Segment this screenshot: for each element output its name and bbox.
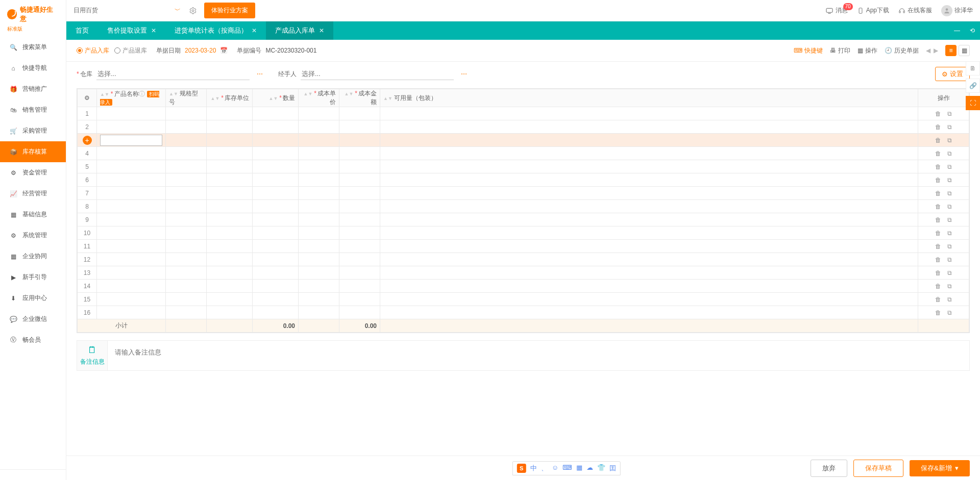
- tab-0[interactable]: 首页: [66, 21, 98, 40]
- delete-row-icon[interactable]: 🗑: [935, 309, 941, 316]
- table-row[interactable]: 6🗑⧉: [78, 173, 969, 187]
- sidebar-item-1[interactable]: ⌂快捷导航: [0, 58, 66, 79]
- refresh-tabs-button[interactable]: ⟲: [965, 27, 980, 34]
- table-row[interactable]: 12🗑⧉: [78, 253, 969, 266]
- sidebar-item-14[interactable]: Ⓥ畅会员: [0, 330, 66, 350]
- rail-help-button[interactable]: 🗎: [966, 61, 980, 75]
- prev-record-button[interactable]: ◀: [926, 47, 930, 54]
- tab-1[interactable]: 售价提取设置✕: [98, 21, 165, 40]
- sidebar-item-11[interactable]: ▶新手引导: [0, 267, 66, 288]
- copy-row-icon[interactable]: ⧉: [947, 283, 952, 290]
- col-spec[interactable]: ▲▼规格型号: [166, 89, 207, 107]
- ime-toolbar[interactable]: S 中、☺⌨▦☁👕囯: [512, 461, 621, 475]
- close-icon[interactable]: ✕: [319, 27, 324, 34]
- sidebar-item-9[interactable]: ⚙系统管理: [0, 225, 66, 246]
- copy-row-icon[interactable]: ⧉: [947, 230, 952, 237]
- copy-row-icon[interactable]: ⧉: [947, 123, 952, 131]
- delete-row-icon[interactable]: 🗑: [935, 150, 941, 157]
- business-type-dropdown[interactable]: 日用百货 ﹀: [74, 6, 181, 15]
- delete-row-icon[interactable]: 🗑: [935, 203, 941, 210]
- messages-button[interactable]: 消息 70: [825, 6, 848, 15]
- save-and-new-button[interactable]: 保存&新增▾: [910, 460, 970, 476]
- operate-button[interactable]: ▦ 操作: [857, 46, 877, 55]
- ime-item[interactable]: ▦: [576, 464, 582, 473]
- table-row[interactable]: 2🗑⧉: [78, 120, 969, 134]
- close-icon[interactable]: ✕: [151, 27, 156, 34]
- remarks-tab[interactable]: 🗒 备注信息: [77, 341, 108, 370]
- ime-item[interactable]: 囯: [609, 464, 616, 473]
- copy-row-icon[interactable]: ⧉: [947, 110, 952, 117]
- table-row[interactable]: 16🗑⧉: [78, 306, 969, 319]
- radio-product-out[interactable]: 产品退库: [114, 46, 147, 55]
- user-menu[interactable]: 徐泽华: [941, 5, 973, 16]
- copy-row-icon[interactable]: ⧉: [947, 256, 952, 263]
- table-row[interactable]: 1🗑⧉: [78, 107, 969, 120]
- ime-item[interactable]: 👕: [597, 464, 605, 473]
- shortcuts-button[interactable]: ⌨ 快捷键: [794, 46, 823, 55]
- sidebar-item-0[interactable]: 🔍搜索菜单: [0, 37, 66, 58]
- col-available[interactable]: ▲▼可用量（包装）: [380, 89, 918, 107]
- calendar-icon[interactable]: 📅: [220, 47, 228, 54]
- copy-row-icon[interactable]: ⧉: [947, 150, 952, 157]
- delete-row-icon[interactable]: 🗑: [935, 123, 941, 131]
- ime-item[interactable]: 中: [530, 464, 537, 473]
- copy-row-icon[interactable]: ⧉: [947, 243, 952, 250]
- col-settings-header[interactable]: ⚙: [78, 89, 97, 107]
- copy-row-icon[interactable]: ⧉: [947, 296, 952, 303]
- sidebar-item-10[interactable]: ▦企业协同: [0, 246, 66, 267]
- copy-row-icon[interactable]: ⧉: [947, 203, 952, 210]
- delete-row-icon[interactable]: 🗑: [935, 243, 941, 250]
- delete-row-icon[interactable]: 🗑: [935, 163, 941, 170]
- sidebar-item-12[interactable]: ⬇应用中心: [0, 288, 66, 309]
- col-unit[interactable]: ▲▼*库存单位: [207, 89, 253, 107]
- table-row[interactable]: 8🗑⧉: [78, 200, 969, 213]
- delete-row-icon[interactable]: 🗑: [935, 110, 941, 117]
- table-row[interactable]: 13🗑⧉: [78, 266, 969, 280]
- copy-row-icon[interactable]: ⧉: [947, 176, 952, 184]
- tab-3[interactable]: 产成品入库单✕: [266, 21, 333, 40]
- col-unit-cost[interactable]: ▲▼*成本单价: [299, 89, 339, 107]
- column-settings-button[interactable]: ⚙ 设置: [935, 67, 970, 81]
- doc-date-value[interactable]: 2023-03-20: [185, 47, 216, 54]
- sidebar-item-3[interactable]: 🛍销售管理: [0, 99, 66, 120]
- copy-row-icon[interactable]: ⧉: [947, 190, 952, 197]
- table-row[interactable]: 9🗑⧉: [78, 213, 969, 226]
- sidebar-item-2[interactable]: 🎁营销推广: [0, 79, 66, 99]
- close-icon[interactable]: ✕: [252, 27, 257, 34]
- sidebar-item-5[interactable]: 📦库存核算: [0, 141, 66, 162]
- table-row[interactable]: 5🗑⧉: [78, 160, 969, 173]
- sidebar-item-8[interactable]: ▦基础信息: [0, 204, 66, 225]
- sidebar-item-13[interactable]: 💬企业微信: [0, 309, 66, 330]
- gear-icon[interactable]: [189, 7, 197, 15]
- delete-row-icon[interactable]: 🗑: [935, 137, 941, 144]
- sidebar-item-4[interactable]: 🛒采购管理: [0, 120, 66, 141]
- copy-row-icon[interactable]: ⧉: [947, 309, 952, 316]
- delete-row-icon[interactable]: 🗑: [935, 256, 941, 263]
- table-row[interactable]: 7🗑⧉: [78, 187, 969, 200]
- online-service-button[interactable]: 在线客服: [898, 6, 932, 15]
- copy-row-icon[interactable]: ⧉: [947, 216, 952, 223]
- copy-row-icon[interactable]: ⧉: [947, 269, 952, 276]
- save-draft-button[interactable]: 保存草稿: [853, 460, 903, 477]
- copy-row-icon[interactable]: ⧉: [947, 163, 952, 170]
- handler-select[interactable]: [301, 68, 454, 80]
- col-total-cost[interactable]: ▲▼*成本金额: [339, 89, 380, 107]
- ime-item[interactable]: 、: [541, 464, 548, 473]
- table-row[interactable]: 15🗑⧉: [78, 293, 969, 306]
- table-row[interactable]: 4🗑⧉: [78, 147, 969, 160]
- app-download-button[interactable]: App下载: [857, 6, 889, 15]
- handler-more-icon[interactable]: ⋯: [461, 70, 467, 78]
- view-list-button[interactable]: ≡: [945, 45, 957, 56]
- delete-row-icon[interactable]: 🗑: [935, 269, 941, 276]
- product-name-input[interactable]: [100, 135, 162, 146]
- ime-item[interactable]: ☁: [586, 464, 593, 473]
- discard-button[interactable]: 放弃: [811, 460, 847, 477]
- print-button[interactable]: 🖶 打印: [830, 46, 850, 55]
- table-row[interactable]: 10🗑⧉: [78, 226, 969, 240]
- minimize-tabs-button[interactable]: —: [949, 27, 965, 34]
- delete-row-icon[interactable]: 🗑: [935, 216, 941, 223]
- sidebar-item-7[interactable]: 📈经营管理: [0, 183, 66, 204]
- table-row[interactable]: 11🗑⧉: [78, 240, 969, 253]
- col-qty[interactable]: ▲▼*数量: [253, 89, 299, 107]
- view-card-button[interactable]: ▦: [959, 45, 970, 56]
